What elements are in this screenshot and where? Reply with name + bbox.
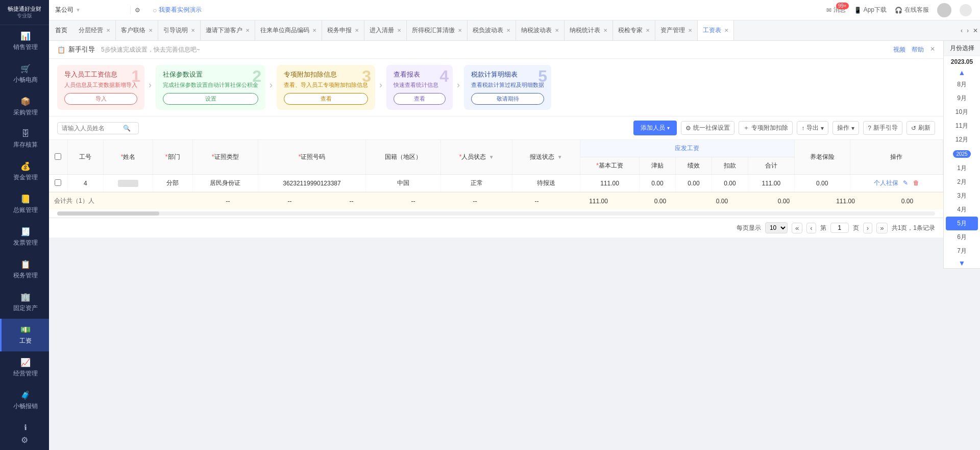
guide-help-btn[interactable]: 帮助: [912, 45, 924, 54]
demo-link[interactable]: ○ 我要看实例演示: [144, 6, 208, 14]
month-item-12[interactable]: 7月: [944, 244, 980, 258]
step-btn-1[interactable]: 导入: [64, 93, 137, 105]
tab-close-8[interactable]: ✕: [458, 28, 462, 33]
add-person-btn[interactable]: 添加人员 ▾: [633, 121, 677, 135]
per-page-select[interactable]: 10 20 50: [765, 222, 788, 233]
step-btn-5[interactable]: 敬请期待: [471, 93, 544, 105]
month-item-5[interactable]: 2025: [944, 147, 980, 161]
tab-close-1[interactable]: ✕: [106, 28, 110, 33]
user-menu[interactable]: [960, 4, 972, 16]
month-item-6[interactable]: 1月: [944, 161, 980, 175]
settings-icon[interactable]: ⚙: [21, 436, 28, 444]
message-btn[interactable]: ✉ 消息 99+: [826, 6, 846, 14]
user-avatar[interactable]: [937, 3, 951, 17]
horizontal-scrollbar[interactable]: [49, 209, 943, 218]
tab-14[interactable]: 工资表✕: [698, 20, 734, 40]
sidebar-item-资金管理[interactable]: 💰资金管理: [0, 155, 49, 188]
sidebar-item-固定资产[interactable]: 🏢固定资产: [0, 286, 49, 319]
tab-3[interactable]: 引导说明✕: [158, 20, 201, 40]
tab-nav-right-btn[interactable]: ›: [965, 27, 971, 34]
status-filter-icon[interactable]: ▼: [489, 154, 494, 160]
tab-close-9[interactable]: ✕: [506, 28, 510, 33]
month-nav-up[interactable]: ▲: [944, 67, 980, 78]
dropdown-icon[interactable]: ▼: [76, 7, 81, 13]
tab-close-all[interactable]: ✕: [971, 27, 980, 34]
page-number-input[interactable]: [830, 223, 849, 233]
online-service-btn[interactable]: 🎧 在线客服: [895, 6, 929, 14]
tab-close-7[interactable]: ✕: [397, 28, 401, 33]
select-all-checkbox[interactable]: [55, 153, 61, 160]
sidebar-item-税务管理[interactable]: 📋税务管理: [0, 253, 49, 286]
step-btn-2[interactable]: 设置: [163, 93, 258, 105]
tab-9[interactable]: 税负波动表✕: [468, 20, 516, 40]
month-item-9[interactable]: 4月: [944, 203, 980, 217]
month-item-2[interactable]: 10月: [944, 105, 980, 119]
tab-close-10[interactable]: ✕: [555, 28, 559, 33]
sidebar-item-发票管理[interactable]: 🧾发票管理: [0, 221, 49, 253]
tab-12[interactable]: 税检专家✕: [613, 20, 655, 40]
month-item-1[interactable]: 9月: [944, 91, 980, 105]
row-select-checkbox[interactable]: [55, 179, 61, 186]
personal-social-security-link[interactable]: 个人社保: [874, 179, 898, 186]
refresh-btn[interactable]: ↺ 刷新: [906, 121, 935, 135]
edit-link[interactable]: ✎: [903, 179, 908, 186]
tab-close-4[interactable]: ✕: [246, 28, 250, 33]
search-icon[interactable]: 🔍: [123, 125, 131, 132]
step-btn-3[interactable]: 查看: [284, 93, 368, 105]
month-item-11[interactable]: 6月: [944, 230, 980, 244]
month-nav-down[interactable]: ▼: [944, 258, 980, 268]
tab-close-11[interactable]: ✕: [603, 28, 607, 33]
sidebar-item-销售管理[interactable]: 📊销售管理: [0, 25, 49, 58]
tab-4[interactable]: 邀请下游客户✕: [201, 20, 255, 40]
last-page-btn[interactable]: »: [876, 223, 887, 233]
sidebar-item-小畅电商[interactable]: 🛒小畅电商: [0, 58, 49, 90]
tab-home[interactable]: 首页: [49, 20, 74, 40]
search-input[interactable]: [62, 125, 123, 132]
tab-5[interactable]: 往来单位商品编码✕: [255, 20, 322, 40]
tab-6[interactable]: 税务申报✕: [322, 20, 364, 40]
operation-btn[interactable]: 操作 ▾: [832, 121, 859, 135]
tab-close-3[interactable]: ✕: [191, 28, 195, 33]
month-item-8[interactable]: 3月: [944, 189, 980, 203]
tab-1[interactable]: 分层经营✕: [74, 20, 116, 40]
tab-10[interactable]: 纳税波动表✕: [516, 20, 565, 40]
topbar-settings-icon[interactable]: ⚙: [131, 7, 144, 14]
tab-8[interactable]: 所得税汇算清缴✕: [407, 20, 468, 40]
scroll-thumb[interactable]: [57, 211, 159, 216]
prev-page-btn[interactable]: ‹: [806, 223, 816, 233]
sidebar-item-经营管理[interactable]: 📈经营管理: [0, 351, 49, 384]
month-item-3[interactable]: 11月: [944, 119, 980, 133]
sidebar-item-工资[interactable]: 💵工资: [0, 319, 49, 351]
social-security-btn[interactable]: ⚙ 统一社保设置: [681, 121, 734, 135]
tab-2[interactable]: 客户联络✕: [116, 20, 158, 40]
search-box[interactable]: 🔍: [57, 122, 139, 134]
guide-video-btn[interactable]: 视频: [893, 45, 905, 54]
sidebar-item-基础信息[interactable]: ℹ基础信息: [0, 417, 49, 430]
tab-nav-left[interactable]: ‹: [959, 27, 965, 34]
tab-close-6[interactable]: ✕: [355, 28, 359, 33]
tab-11[interactable]: 纳税统计表✕: [565, 20, 613, 40]
month-item-4[interactable]: 12月: [944, 133, 980, 147]
tab-close-13[interactable]: ✕: [688, 28, 692, 33]
month-item-10[interactable]: 5月: [946, 217, 978, 230]
export-btn[interactable]: ↑ 导出 ▾: [797, 121, 828, 135]
first-page-btn[interactable]: «: [792, 223, 802, 233]
tab-close-14[interactable]: ✕: [724, 28, 728, 33]
sidebar-item-库存核算[interactable]: 🗄库存核算: [0, 123, 49, 155]
sidebar-item-总账管理[interactable]: 📒总账管理: [0, 188, 49, 221]
tab-7[interactable]: 进入清册✕: [364, 20, 407, 40]
step-btn-4[interactable]: 查看: [394, 93, 446, 105]
sidebar-item-采购管理[interactable]: 📦采购管理: [0, 90, 49, 123]
special-deduction-btn[interactable]: ＋ 专项附加扣除: [739, 121, 793, 135]
month-item-0[interactable]: 8月: [944, 78, 980, 91]
sidebar-item-小畅报销[interactable]: 🧳小畅报销: [0, 384, 49, 417]
guide-close-btn[interactable]: ✕: [930, 45, 935, 54]
tab-close-2[interactable]: ✕: [149, 28, 153, 33]
tab-13[interactable]: 资产管理✕: [655, 20, 698, 40]
delete-link[interactable]: 🗑: [913, 179, 919, 186]
tab-close-12[interactable]: ✕: [646, 28, 650, 33]
next-page-btn[interactable]: ›: [863, 223, 872, 233]
report-filter-icon[interactable]: ▼: [557, 154, 562, 160]
app-download-btn[interactable]: 📱 App下载: [854, 6, 887, 14]
tab-close-5[interactable]: ✕: [312, 28, 316, 33]
